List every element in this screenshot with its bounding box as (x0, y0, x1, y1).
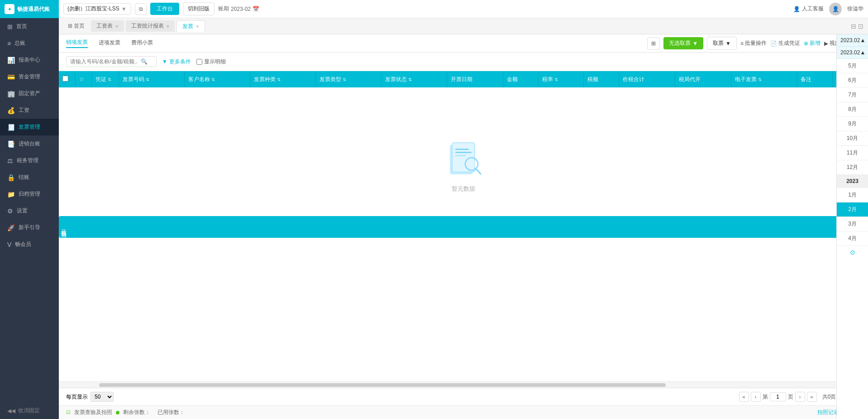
show-detail-check[interactable] (196, 59, 202, 65)
sidebar-item-archive[interactable]: 📁 归档管理 (0, 186, 59, 202)
status-indicator (116, 411, 119, 414)
date-panel-bottom: ⊙ (837, 246, 868, 259)
customer-sort-icon[interactable]: ⇅ (211, 77, 215, 82)
date-panel-month-4-2023[interactable]: 4月 (837, 231, 868, 246)
sidebar-item-fixed-assets[interactable]: 🏢 固定资产 (0, 85, 59, 102)
invoice-tab-close-icon[interactable]: × (196, 24, 199, 29)
sidebar-item-membership[interactable]: V 畅会员 (0, 236, 59, 253)
cert-sort-icon[interactable]: ⇅ (108, 77, 111, 82)
no-selection-btn[interactable]: 无选取票 ▼ (663, 37, 703, 49)
sidebar-item-salary[interactable]: 💰 工资 (0, 102, 59, 119)
invoice-type-sort-icon[interactable]: ⇅ (277, 77, 281, 82)
sidebar-item-guide[interactable]: 🚀 新手引导 (0, 219, 59, 236)
invoice-category-sort-icon[interactable]: ⇅ (343, 77, 346, 82)
company-selector[interactable]: (勿删）江西股宝-LSS ▼ (63, 3, 131, 14)
maximize-window-btn[interactable]: ⊡ (858, 23, 863, 30)
date-panel-month-8-2022[interactable]: 8月 (837, 102, 868, 117)
show-detail-checkbox[interactable]: 显示明细 (196, 58, 226, 66)
sidebar-label-salary: 工资 (19, 106, 29, 114)
tax-rate-label: 税率 (542, 76, 553, 83)
select-all-checkbox[interactable] (62, 76, 68, 82)
date-panel-header-top[interactable]: 2023.02 ▲ (837, 34, 868, 47)
user-avatar[interactable]: 👤 (829, 3, 842, 15)
sidebar-item-settings[interactable]: ⚙ 设置 (0, 202, 59, 219)
workbench-button[interactable]: 工作台 (150, 3, 179, 15)
remark-label: 备注 (801, 76, 811, 83)
salary-table-tab-close-icon[interactable]: × (115, 24, 118, 29)
subtab-sales-invoice[interactable]: 销项发票 (66, 39, 88, 48)
date-panel-month-12-2022[interactable]: 12月 (837, 160, 868, 175)
sidebar-item-tax-mgmt[interactable]: ⚖ 税务管理 (0, 152, 59, 169)
date-panel-header-2[interactable]: 2023.02 ▲ (837, 47, 868, 59)
date-panel-month-5-2022[interactable]: 5月 (837, 59, 868, 73)
switch-version-button[interactable]: 切到旧版 (183, 2, 215, 15)
history-link[interactable]: 拍照记录 (817, 409, 839, 416)
next-page-btn[interactable]: › (795, 392, 805, 402)
topbar-right: 👤 人工客服 👤 徐溢华 (793, 3, 863, 15)
main-area: (勿删）江西股宝-LSS ▼ ⧉ 工作台 切到旧版 账期 2023-02 📅 👤… (59, 0, 868, 419)
search-input[interactable] (70, 58, 138, 65)
last-page-btn[interactable]: » (807, 392, 817, 402)
sidebar-item-reports[interactable]: 📊 报表中心 (0, 52, 59, 68)
copy-company-btn[interactable]: ⧉ (135, 3, 147, 15)
minimize-window-btn[interactable]: ⊟ (851, 23, 856, 30)
sidebar-label-close-books: 结账 (19, 173, 29, 181)
grid-view-btn[interactable]: ⊞ (647, 37, 660, 50)
video-icon: ▶ (824, 40, 828, 47)
th-e-invoice: 电子发票 ⇅ (731, 71, 797, 87)
svg-rect-3 (455, 152, 472, 153)
sidebar-item-sales-ledger[interactable]: 📑 进销台账 (0, 135, 59, 152)
date-panel-month-7-2022[interactable]: 7月 (837, 88, 868, 102)
sales-ledger-icon: 📑 (7, 140, 15, 148)
date-panel-month-11-2022[interactable]: 11月 (837, 146, 868, 160)
subtab-purchase-invoice[interactable]: 进项发票 (99, 39, 120, 48)
more-conditions-btn[interactable]: ▼ 更多条件 (162, 58, 191, 66)
tab-salary-stats[interactable]: 工资统计报表 × (126, 20, 175, 32)
pagination-bar: 每页显示 50 100 « ‹ 第 页 › » 共0页，0条记录 (59, 388, 868, 405)
tab-invoice[interactable]: 发票 × (176, 20, 205, 32)
e-invoice-sort-icon[interactable]: ⇅ (758, 77, 762, 82)
app-logo: ✦ 畅捷通易代账 (0, 0, 59, 18)
date-panel-month-3-2023[interactable]: 3月 (837, 217, 868, 231)
scrollbar-thumb[interactable] (99, 383, 666, 387)
invoice-status-sort-icon[interactable]: ⇅ (408, 77, 412, 82)
sidebar-item-funds[interactable]: 💳 资金管理 (0, 68, 59, 85)
sidebar-item-ledger[interactable]: ≡ 总账 (0, 35, 59, 52)
horizontal-scrollbar[interactable] (59, 381, 868, 388)
month-11-label: 11月 (847, 149, 858, 156)
batch-ops-btn[interactable]: ≡ 批量操作 (740, 39, 767, 47)
tab-salary-table[interactable]: 工资表 × (91, 20, 124, 32)
salary-stats-tab-close-icon[interactable]: × (167, 24, 169, 29)
collapse-sidebar-btn[interactable]: ◀◀ 收消固定 (0, 402, 59, 419)
generate-cert-btn[interactable]: 📄 生成凭证 (770, 39, 800, 47)
open-period-button[interactable]: 开账日期 (59, 216, 836, 238)
tab-home[interactable]: ⊞ 首页 (63, 20, 89, 32)
invoice-check-icon: ☑ (66, 409, 71, 415)
take-ticket-btn[interactable]: 取票 ▼ (707, 37, 737, 50)
tax-rate-sort-icon[interactable]: ⇅ (554, 77, 558, 82)
date-panel-month-6-2022[interactable]: 6月 (837, 73, 868, 88)
invoice-no-sort-icon[interactable]: ⇅ (146, 77, 149, 82)
first-page-btn[interactable]: « (739, 392, 749, 402)
date-panel-month-1-2023[interactable]: 1月 (837, 188, 868, 202)
th-open-date: 开票日期 (447, 71, 503, 87)
month-3-2023-label: 3月 (848, 221, 857, 227)
page-number-input[interactable] (770, 392, 786, 401)
new-btn[interactable]: ⊕ 新增 (804, 39, 820, 47)
th-invoice-category: 发票类型 ⇅ (315, 71, 381, 87)
date-panel-month-2-2023[interactable]: 2月 (837, 202, 868, 217)
collapse-label: 收消固定 (18, 407, 40, 414)
date-panel-month-10-2022[interactable]: 10月 (837, 131, 868, 146)
new-plus-icon: ⊕ (804, 40, 808, 47)
sidebar-item-invoice-mgmt[interactable]: 🧾 发票管理 (0, 119, 59, 135)
subtab-expense-receipt[interactable]: 费用小票 (131, 39, 153, 48)
period-calendar-icon: 📅 (253, 6, 259, 12)
content-area: 销项发票 进项发票 费用小票 ⊞ 无选取票 ▼ 取票 ▼ (59, 34, 868, 419)
sidebar-item-home[interactable]: ⊞ 首页 (0, 18, 59, 35)
per-page-select[interactable]: 50 100 (91, 392, 114, 402)
prev-page-btn[interactable]: ‹ (751, 392, 761, 402)
service-button[interactable]: 👤 人工客服 (793, 5, 824, 13)
invoice-category-label: 发票类型 (320, 76, 341, 83)
sidebar-item-close-books[interactable]: 🔒 结账 (0, 169, 59, 186)
date-panel-month-9-2022[interactable]: 9月 (837, 117, 868, 131)
